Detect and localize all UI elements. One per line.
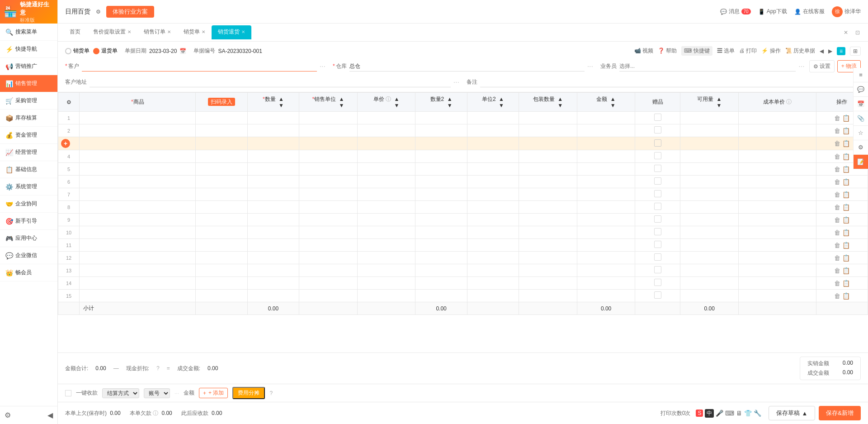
help-btn[interactable]: ❓ 帮助 xyxy=(658,47,677,55)
row-copy-4[interactable]: 📋 xyxy=(842,153,850,160)
price-info-icon[interactable]: ⓘ xyxy=(386,96,391,102)
fee-help-icon[interactable]: ? xyxy=(269,390,273,396)
row-delete-15[interactable]: 🗑 xyxy=(834,292,840,300)
row-delete-11[interactable]: 🗑 xyxy=(834,242,840,249)
add-row-btn[interactable]: + xyxy=(61,139,70,148)
side-icon-7[interactable]: 📝 xyxy=(854,155,868,169)
warehouse-input[interactable] xyxy=(349,61,585,71)
avail-sort[interactable]: ▲▼ xyxy=(716,96,722,109)
tab-sales-delivery[interactable]: 销货单 ✕ xyxy=(177,25,212,39)
row-delete-4[interactable]: 🗑 xyxy=(834,153,840,160)
row-delete-8[interactable]: 🗑 xyxy=(834,204,840,211)
daily-settings-icon[interactable]: ⚙ xyxy=(96,9,101,15)
price-sort[interactable]: ▲▼ xyxy=(394,96,399,109)
address-input[interactable] xyxy=(90,77,451,87)
gift-check-6[interactable] xyxy=(654,177,661,185)
row-copy-14[interactable]: 📋 xyxy=(842,280,850,287)
row-copy-1[interactable]: 📋 xyxy=(842,114,850,122)
close-tab-sales-return[interactable]: ✕ xyxy=(241,29,245,34)
salesperson-select-btn[interactable]: ··· xyxy=(798,62,804,71)
account-method-select[interactable]: 结算方式 xyxy=(102,388,139,398)
row-copy-active[interactable]: 📋 xyxy=(842,140,850,147)
row-delete-13[interactable]: 🗑 xyxy=(834,267,840,274)
gift-check-active[interactable] xyxy=(654,139,661,147)
keyboard-icon[interactable]: ⌨ xyxy=(725,410,734,417)
tab-price-setting[interactable]: 售价提取设置 ✕ xyxy=(87,25,137,39)
s-icon[interactable]: S xyxy=(696,410,703,417)
sidebar-item-basic[interactable]: 📋 基础信息 xyxy=(0,161,57,178)
row-delete-active[interactable]: 🗑 xyxy=(834,140,840,147)
chinese-icon[interactable]: 中 xyxy=(705,409,714,418)
qty-sort[interactable]: ▲▼ xyxy=(278,96,284,109)
online-service-btn[interactable]: 👤 在线客服 xyxy=(794,8,825,15)
gift-check-14[interactable] xyxy=(654,279,661,286)
save-draft-btn[interactable]: 保存草稿 ▲ xyxy=(769,406,815,420)
row-delete-9[interactable]: 🗑 xyxy=(834,216,840,224)
radio-return[interactable]: 退货单 xyxy=(93,47,118,55)
gift-check-8[interactable] xyxy=(654,203,661,210)
trial-button[interactable]: 体验行业方案 xyxy=(106,6,154,18)
unit-sort[interactable]: ▲▼ xyxy=(339,96,344,109)
messages-btn[interactable]: 💬 消息 70 xyxy=(720,8,751,15)
tab-home[interactable]: 首页 xyxy=(63,25,87,39)
sidebar-item-sales[interactable]: 📊 销售管理 xyxy=(0,75,57,92)
sidebar-item-operation[interactable]: 📈 经营管理 xyxy=(0,144,57,161)
tab-sales-return[interactable]: 销货退货 ✕ xyxy=(212,25,251,39)
gift-check-15[interactable] xyxy=(654,291,661,299)
row-1-product[interactable] xyxy=(80,112,196,124)
list-view-btn[interactable]: ≡ xyxy=(837,47,845,55)
app-download-btn[interactable]: 📱 App下载 xyxy=(758,8,787,15)
shortcut-btn[interactable]: ⌨ 快捷键 xyxy=(681,46,712,56)
customer-select-btn[interactable]: ··· xyxy=(320,62,326,71)
sidebar-item-system[interactable]: ⚙️ 系统管理 xyxy=(0,178,57,195)
shirt-icon[interactable]: 👕 xyxy=(744,410,752,417)
close-tab-price-setting[interactable]: ✕ xyxy=(127,29,131,34)
one-click-checkbox[interactable] xyxy=(65,390,71,396)
row-delete-10[interactable]: 🗑 xyxy=(834,229,840,236)
video-help-btn[interactable]: 📹 视频 xyxy=(634,47,653,55)
sidebar-item-partner[interactable]: 🤝 企业协同 xyxy=(0,195,57,213)
sidebar-settings-icon[interactable]: ⚙ xyxy=(5,411,11,419)
account-select[interactable]: 账号 xyxy=(144,388,170,398)
sidebar-item-purchase[interactable]: 🛒 采购管理 xyxy=(0,92,57,110)
col-settings[interactable]: ⚙ xyxy=(58,93,80,112)
card-view-btn[interactable]: ⊞ xyxy=(850,47,861,56)
row-copy-6[interactable]: 📋 xyxy=(842,178,850,186)
row-copy-7[interactable]: 📋 xyxy=(842,191,850,198)
expand-tab-action[interactable]: ⊡ xyxy=(853,29,863,37)
row-copy-13[interactable]: 📋 xyxy=(842,267,850,274)
gift-check-4[interactable] xyxy=(654,152,661,159)
gift-check-2[interactable] xyxy=(654,126,661,133)
cost-info-icon[interactable]: ⓘ xyxy=(786,99,792,105)
remark-input[interactable] xyxy=(480,77,861,87)
side-icon-3[interactable]: 📅 xyxy=(854,97,868,111)
close-tab-action[interactable]: ✕ xyxy=(841,29,851,37)
row-delete-7[interactable]: 🗑 xyxy=(834,191,840,198)
sidebar-item-member[interactable]: 👑 畅会员 xyxy=(0,264,57,281)
mic-icon[interactable]: 🎤 xyxy=(716,410,723,417)
next-doc-btn[interactable]: ▶ xyxy=(828,48,832,54)
prev-doc-btn[interactable]: ◀ xyxy=(820,48,824,54)
user-menu[interactable]: 徐 徐泽华 xyxy=(832,6,861,17)
row-delete-12[interactable]: 🗑 xyxy=(834,254,840,262)
tab-sales-order[interactable]: 销售订单 ✕ xyxy=(137,25,177,39)
sidebar-collapse-icon[interactable]: ◀ xyxy=(47,411,53,419)
row-copy-12[interactable]: 📋 xyxy=(842,254,850,262)
qty2-sort[interactable]: ▲▼ xyxy=(447,96,453,109)
gift-check-9[interactable] xyxy=(654,215,661,223)
pack-sort[interactable]: ▲▼ xyxy=(557,96,563,109)
sidebar-item-apps[interactable]: 🎮 应用中心 xyxy=(0,230,57,247)
row-copy-10[interactable]: 📋 xyxy=(842,229,850,236)
row-copy-9[interactable]: 📋 xyxy=(842,216,850,224)
settings-button[interactable]: ⚙ 设置 xyxy=(809,60,835,72)
side-icon-6[interactable]: ⚙ xyxy=(854,140,868,155)
warehouse-select-btn[interactable]: ··· xyxy=(587,62,593,71)
sidebar-item-search[interactable]: 🔍 搜索菜单 xyxy=(0,24,57,41)
history-btn[interactable]: 📜 历史单据 xyxy=(785,47,815,55)
row-copy-2[interactable]: 📋 xyxy=(842,127,850,134)
row-2-product[interactable] xyxy=(80,124,196,137)
row-copy-8[interactable]: 📋 xyxy=(842,204,850,211)
row-copy-11[interactable]: 📋 xyxy=(842,242,850,249)
save-new-btn[interactable]: 保存&新增 xyxy=(819,406,861,420)
operate-btn[interactable]: ⚡ 操作 xyxy=(761,47,780,55)
